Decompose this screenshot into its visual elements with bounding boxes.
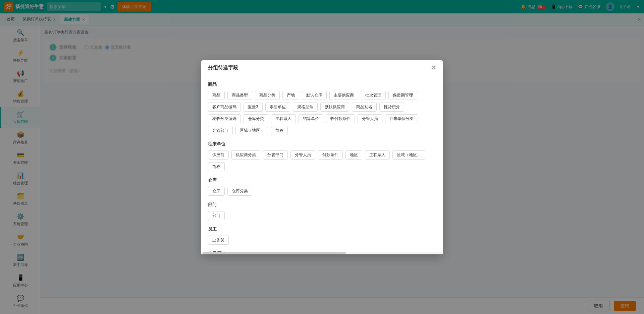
field-tag-供应商[interactable]: 供应商: [208, 150, 229, 160]
field-tag-简称[interactable]: 简称: [208, 162, 225, 171]
field-tags-department: 部门: [208, 211, 436, 220]
field-tag-零售单位[interactable]: 零售单位: [265, 103, 290, 112]
modal-close-btn[interactable]: ✕: [431, 65, 436, 71]
field-tags-partner: 供应商供应商分类分管部门分管人员付款条件地区主联系人区域（地区）简称: [208, 150, 436, 171]
field-tag-收付款条件[interactable]: 收付款条件: [326, 114, 355, 123]
field-tag-分管人员[interactable]: 分管人员: [358, 114, 382, 123]
field-tag-保质期管理[interactable]: 保质期管理: [388, 91, 417, 100]
section-department: 部门部门: [208, 202, 436, 220]
field-tag-客户商品编码[interactable]: 客户商品编码: [208, 103, 241, 112]
modal: 分组待选字段 ✕ 商品商品商品类型商品分类产地默认仓库主要供应商批次管理保质期管…: [201, 60, 443, 254]
field-tag-地区[interactable]: 地区: [345, 150, 362, 160]
field-tag-批次管理[interactable]: 批次管理: [361, 91, 386, 100]
field-tag-分管部门[interactable]: 分管部门: [263, 150, 288, 160]
scrollbar-thumb: [203, 252, 346, 254]
field-tag-默认供应商[interactable]: 默认供应商: [320, 103, 349, 112]
field-tags-goods: 商品商品类型商品分类产地默认仓库主要供应商批次管理保质期管理客户商品编码重量3零…: [208, 91, 436, 135]
section-title-department: 部门: [208, 202, 436, 208]
section-title-goods: 商品: [208, 81, 436, 87]
section-title-warehouse: 仓库: [208, 177, 436, 183]
horizontal-scrollbar[interactable]: [201, 252, 443, 254]
field-tag-主联系人[interactable]: 主联系人: [365, 150, 390, 160]
field-tag-仓库分类[interactable]: 仓库分类: [244, 114, 268, 123]
field-tag-分管人员[interactable]: 分管人员: [290, 150, 315, 160]
field-tag-商品[interactable]: 商品: [208, 91, 225, 100]
field-tag-部门[interactable]: 部门: [208, 211, 225, 220]
section-title-employee: 员工: [208, 226, 436, 232]
field-tags-warehouse: 仓库仓库分类: [208, 187, 436, 196]
field-tag-产地[interactable]: 产地: [282, 91, 299, 100]
field-tag-供应商分类[interactable]: 供应商分类: [231, 150, 260, 160]
field-tag-区域（地区）[interactable]: 区域（地区）: [235, 126, 268, 135]
field-tag-税收分类编码[interactable]: 税收分类编码: [208, 114, 241, 123]
modal-header: 分组待选字段 ✕: [201, 60, 443, 76]
field-tag-简称[interactable]: 简称: [271, 126, 288, 135]
field-tag-规格型号[interactable]: 规格型号: [293, 103, 318, 112]
section-title-partner: 往来单位: [208, 141, 436, 147]
field-tag-商品别名[interactable]: 商品别名: [352, 103, 377, 112]
field-tag-主联系人[interactable]: 主联系人: [271, 114, 296, 123]
section-partner: 往来单位供应商供应商分类分管部门分管人员付款条件地区主联系人区域（地区）简称: [208, 141, 436, 171]
field-tag-主要供应商[interactable]: 主要供应商: [329, 91, 358, 100]
field-tag-商品类型[interactable]: 商品类型: [227, 91, 252, 100]
field-tags-employee: 业务员: [208, 236, 436, 245]
field-tag-区域（地区）[interactable]: 区域（地区）: [392, 150, 425, 160]
field-tag-重量3[interactable]: 重量3: [244, 103, 263, 112]
field-tag-往来单位分类[interactable]: 往来单位分类: [385, 114, 418, 123]
field-tag-分管部门[interactable]: 分管部门: [208, 126, 233, 135]
field-tag-默认仓库[interactable]: 默认仓库: [302, 91, 327, 100]
field-tag-仓库分类[interactable]: 仓库分类: [227, 187, 252, 196]
field-tag-仓库[interactable]: 仓库: [208, 187, 225, 196]
section-warehouse: 仓库仓库仓库分类: [208, 177, 436, 196]
field-tag-付款条件[interactable]: 付款条件: [318, 150, 343, 160]
field-tag-业务员[interactable]: 业务员: [208, 236, 229, 245]
field-tag-商品分类[interactable]: 商品分类: [255, 91, 280, 100]
modal-title: 分组待选字段: [208, 65, 238, 71]
modal-body: 商品商品商品类型商品分类产地默认仓库主要供应商批次管理保质期管理客户商品编码重量…: [201, 76, 443, 252]
section-employee: 员工业务员: [208, 226, 436, 245]
field-tag-拣货积分[interactable]: 拣货积分: [379, 103, 404, 112]
section-goods: 商品商品商品类型商品分类产地默认仓库主要供应商批次管理保质期管理客户商品编码重量…: [208, 81, 436, 135]
field-tag-结算单位[interactable]: 结算单位: [299, 114, 323, 123]
modal-overlay: 分组待选字段 ✕ 商品商品商品类型商品分类产地默认仓库主要供应商批次管理保质期管…: [0, 0, 644, 314]
